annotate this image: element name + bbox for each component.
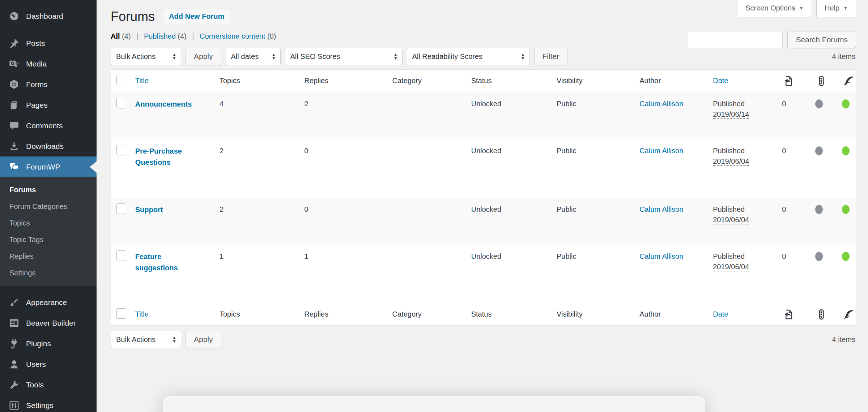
sidebar-item-label: ForumWP (26, 163, 60, 171)
forums-list-table: Title Topics Replies Category Status Vis… (111, 69, 856, 326)
row-checkbox[interactable] (116, 145, 126, 155)
forum-title-link[interactable]: Feature suggestions (135, 251, 200, 274)
select-all-checkbox[interactable] (116, 308, 126, 319)
row-checkbox[interactable] (116, 98, 126, 108)
replies-cell: 2 (299, 92, 387, 139)
submenu-item-topics[interactable]: Topics (0, 215, 97, 231)
submenu-item-topic-tags[interactable]: Topic Tags (0, 231, 97, 248)
help-button[interactable]: Help ▼ (816, 0, 856, 17)
row-checkbox[interactable] (116, 203, 126, 214)
sidebar-item-forms[interactable]: Forms (0, 74, 97, 95)
bulk-actions-select[interactable]: Bulk Actions ▲▼ (111, 48, 181, 65)
sidebar-item-label: Media (26, 60, 47, 68)
apply-button[interactable]: Apply (186, 48, 221, 65)
column-header-date[interactable]: Date (713, 77, 728, 85)
sidebar-item-label: Appearance (26, 298, 67, 307)
admin-content: Screen Options ▼ Help ▼ Forums Add New F… (97, 0, 868, 412)
screen-options-label: Screen Options (745, 4, 795, 12)
sidebar-item-settings[interactable]: Settings (0, 395, 97, 412)
topics-cell: 2 (214, 139, 299, 198)
row-checkbox[interactable] (116, 250, 126, 261)
internal-links-count: 0 (776, 92, 809, 139)
add-new-forum-button[interactable]: Add New Forum (162, 9, 231, 24)
view-all-count: (4) (122, 32, 131, 40)
comment-bubble-icon (8, 120, 20, 132)
sidebar-item-plugins[interactable]: Plugins (0, 333, 97, 354)
sidebar-item-media[interactable]: Media (0, 53, 97, 74)
sidebar-item-posts[interactable]: Posts (0, 33, 97, 53)
paintbrush-icon (8, 296, 20, 309)
search-input[interactable] (688, 31, 783, 48)
readability-feather-icon (842, 74, 850, 87)
submenu-item-replies[interactable]: Replies (0, 248, 97, 265)
internal-links-count: 0 (776, 198, 809, 245)
publish-date: 2019/06/14 (713, 110, 749, 119)
chevron-down-icon: ▼ (843, 5, 848, 11)
sidebar-item-forumwp[interactable]: ForumWP (0, 156, 97, 177)
publish-status: Published (713, 147, 745, 155)
bulk-actions-label: Bulk Actions (116, 52, 156, 61)
publish-status: Published (713, 252, 745, 260)
seo-score-dot (815, 205, 823, 214)
forum-title-link[interactable]: Support (135, 204, 163, 215)
settings-sliders-icon (8, 399, 20, 412)
author-link[interactable]: Calum Allison (639, 100, 683, 108)
sidebar-item-downloads[interactable]: Downloads (0, 136, 97, 156)
visibility-cell: Public (551, 198, 634, 245)
view-published-link[interactable]: Published (144, 32, 176, 40)
column-footer-topics: Topics (214, 303, 299, 326)
view-all-link[interactable]: All (111, 32, 120, 40)
screen-options-button[interactable]: Screen Options ▼ (737, 0, 812, 17)
forum-title-link[interactable]: Announcements (135, 99, 192, 110)
sidebar-item-tools[interactable]: Tools (0, 374, 97, 395)
submenu-item-label: Replies (9, 252, 34, 261)
column-footer-status: Status (466, 303, 551, 326)
apply-button-bottom[interactable]: Apply (186, 331, 221, 348)
visibility-cell: Public (551, 245, 634, 303)
publish-status: Published (713, 205, 745, 213)
column-footer-title[interactable]: Title (135, 310, 149, 318)
seo-score-traffic-light-icon (815, 74, 831, 87)
table-row: Support 2 0 Unlocked Public Calum Alliso… (111, 198, 856, 245)
submenu-item-forum-categories[interactable]: Forum Categories (0, 198, 97, 215)
tablenav-top: Bulk Actions ▲▼ Apply All dates ▲▼ All S… (111, 48, 856, 65)
forum-title-link[interactable]: Pre-Purchase Questions (135, 146, 200, 168)
sidebar-item-pages[interactable]: Pages (0, 95, 97, 115)
submenu-item-settings[interactable]: Settings (0, 265, 97, 281)
view-cornerstone-link[interactable]: Cornerstone content (200, 32, 265, 40)
publish-date: 2019/06/04 (713, 216, 749, 224)
column-footer-date[interactable]: Date (713, 310, 728, 318)
search-forums-button[interactable]: Search Forums (787, 31, 856, 48)
seo-scores-filter-select[interactable]: All SEO Scores ▲▼ (285, 48, 403, 65)
bottom-window-shadow (163, 396, 705, 412)
author-link[interactable]: Calum Allison (639, 147, 683, 155)
bulk-actions-label: Bulk Actions (116, 335, 156, 344)
sidebar-item-label: Dashboard (26, 12, 63, 21)
sidebar-item-users[interactable]: Users (0, 354, 97, 374)
submenu-item-forums[interactable]: Forums (0, 181, 97, 198)
view-published-count: (4) (178, 32, 186, 40)
submenu-item-label: Topics (9, 219, 30, 227)
readability-score-dot (842, 205, 850, 214)
sidebar-item-dashboard[interactable]: Dashboard (0, 6, 97, 26)
status-cell: Unlocked (466, 198, 551, 245)
sidebar-item-comments[interactable]: Comments (0, 115, 97, 136)
select-all-checkbox[interactable] (116, 75, 126, 85)
sidebar-item-beaver-builder[interactable]: Beaver Builder (0, 313, 97, 333)
submenu-item-label: Settings (9, 269, 35, 277)
visibility-cell: Public (551, 92, 634, 139)
dashboard-icon (8, 10, 20, 22)
view-cornerstone-count: (0) (267, 32, 276, 40)
author-link[interactable]: Calum Allison (639, 205, 683, 213)
filter-button[interactable]: Filter (534, 48, 568, 65)
readability-scores-filter-select[interactable]: All Readability Scores ▲▼ (407, 48, 530, 65)
author-link[interactable]: Calum Allison (639, 252, 683, 260)
sidebar-item-label: Comments (26, 121, 63, 130)
sidebar-item-appearance[interactable]: Appearance (0, 292, 97, 313)
topics-cell: 4 (214, 92, 299, 139)
pushpin-icon (8, 37, 20, 50)
bulk-actions-select-bottom[interactable]: Bulk Actions ▲▼ (111, 331, 181, 348)
publish-date: 2019/06/04 (713, 157, 749, 166)
column-header-title[interactable]: Title (135, 77, 149, 85)
dates-filter-select[interactable]: All dates ▲▼ (226, 48, 281, 65)
